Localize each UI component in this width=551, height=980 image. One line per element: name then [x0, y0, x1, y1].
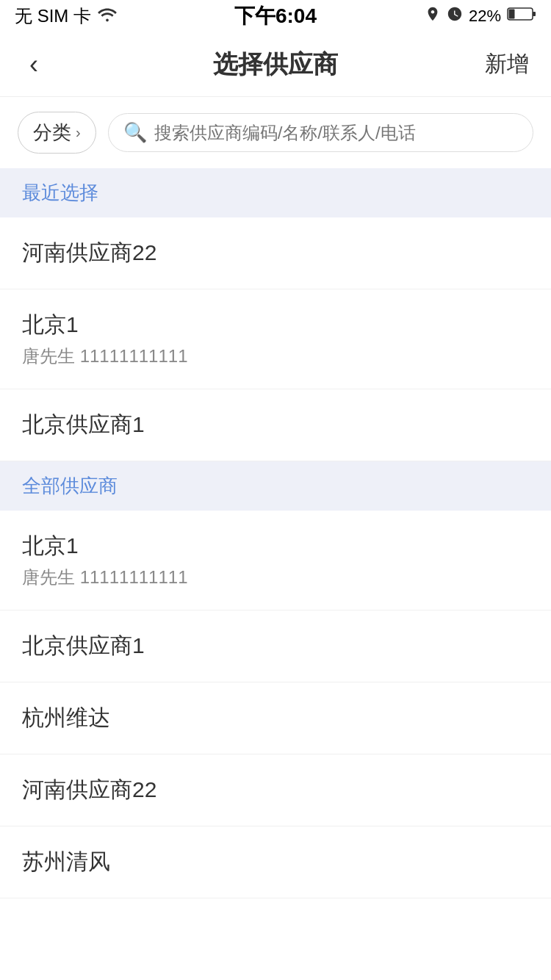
list-item[interactable]: 北京1唐先生 11111111111 [0, 511, 551, 610]
list-item[interactable]: 河南供应商22 [0, 217, 551, 289]
list-item[interactable]: 苏州清风 [0, 826, 551, 898]
page-title: 选择供应商 [213, 48, 338, 82]
location-icon [425, 6, 441, 26]
status-left: 无 SIM 卡 [15, 4, 118, 28]
chevron-right-icon: › [76, 124, 81, 141]
search-icon: 🔍 [123, 121, 147, 144]
svg-rect-1 [533, 12, 536, 16]
wifi-icon [97, 6, 118, 26]
all-section-header: 全部供应商 [0, 461, 551, 511]
back-button[interactable]: ‹ [22, 42, 46, 87]
nav-bar: ‹ 选择供应商 新增 [0, 32, 551, 97]
add-button[interactable]: 新增 [485, 49, 529, 79]
battery-icon [507, 7, 536, 26]
item-name: 苏州清风 [22, 847, 529, 877]
item-sub: 唐先生 11111111111 [22, 566, 529, 589]
svg-rect-2 [509, 10, 515, 19]
list-item[interactable]: 杭州维达 [0, 682, 551, 754]
search-input[interactable] [154, 123, 518, 143]
item-name: 杭州维达 [22, 703, 529, 733]
clock-icon [447, 6, 463, 26]
status-bar: 无 SIM 卡 下午6:04 22% [0, 0, 551, 32]
carrier-text: 无 SIM 卡 [15, 4, 91, 28]
item-sub: 唐先生 11111111111 [22, 345, 529, 368]
recent-section-title: 最近选择 [22, 181, 98, 203]
list-item[interactable]: 北京1唐先生 11111111111 [0, 289, 551, 389]
list-item[interactable]: 北京供应商1 [0, 389, 551, 461]
item-name: 北京供应商1 [22, 631, 529, 661]
battery-text: 22% [469, 7, 501, 26]
item-name: 北京1 [22, 531, 529, 561]
list-item[interactable]: 河南供应商22 [0, 754, 551, 826]
all-list: 北京1唐先生 11111111111北京供应商1杭州维达河南供应商22苏州清风 [0, 511, 551, 898]
recent-list: 河南供应商22北京1唐先生 11111111111北京供应商1 [0, 217, 551, 461]
all-section-title: 全部供应商 [22, 475, 118, 497]
item-name: 河南供应商22 [22, 238, 529, 268]
item-name: 河南供应商22 [22, 775, 529, 805]
category-button[interactable]: 分类 › [18, 112, 96, 154]
status-right: 22% [425, 6, 536, 26]
search-area: 分类 › 🔍 [0, 97, 551, 168]
recent-section-header: 最近选择 [0, 168, 551, 217]
list-item[interactable]: 北京供应商1 [0, 610, 551, 682]
search-box: 🔍 [108, 113, 533, 152]
item-name: 北京1 [22, 310, 529, 340]
status-time: 下午6:04 [234, 2, 317, 30]
category-label: 分类 [33, 120, 71, 145]
item-name: 北京供应商1 [22, 410, 529, 440]
